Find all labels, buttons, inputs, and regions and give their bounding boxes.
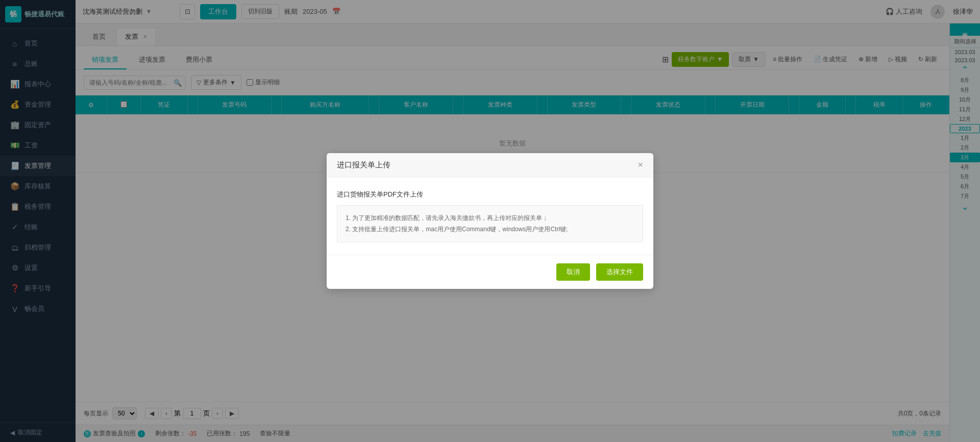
dialog-body: 进口货物报关单PDF文件上传 1. 为了更加精准的数据匹配，请先录入海关缴款书，… (327, 178, 653, 255)
dialog-overlay: 进口报关单上传 × 进口货物报关单PDF文件上传 1. 为了更加精准的数据匹配，… (0, 0, 980, 442)
dialog-info-item-2: 2. 支持批量上传进口报关单，mac用户使用Command键，windows用户… (346, 224, 634, 235)
import-customs-dialog: 进口报关单上传 × 进口货物报关单PDF文件上传 1. 为了更加精准的数据匹配，… (327, 153, 653, 289)
dialog-info-item-1: 1. 为了更加精准的数据匹配，请先录入海关缴款书，再上传对应的报关单； (346, 213, 634, 224)
dialog-info-box: 1. 为了更加精准的数据匹配，请先录入海关缴款书，再上传对应的报关单； 2. 支… (337, 205, 643, 242)
dialog-header: 进口报关单上传 × (327, 153, 653, 178)
dialog-footer: 取消 选择文件 (327, 255, 653, 289)
dialog-title: 进口报关单上传 (337, 160, 390, 170)
dialog-section-title: 进口货物报关单PDF文件上传 (337, 190, 643, 199)
dialog-close-button[interactable]: × (638, 160, 643, 169)
dialog-select-file-button[interactable]: 选择文件 (596, 263, 643, 281)
dialog-cancel-button[interactable]: 取消 (556, 263, 590, 281)
